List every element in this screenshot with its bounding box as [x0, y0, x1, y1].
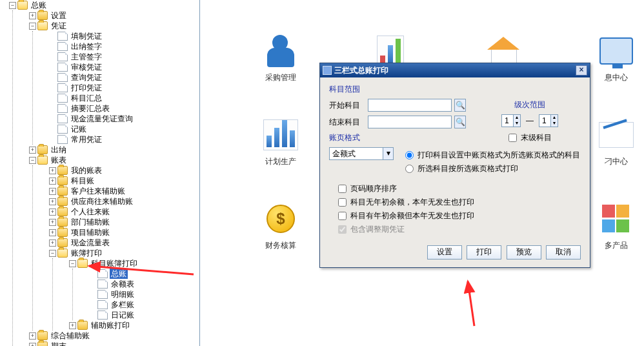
tree-cashier[interactable]: 出纳	[50, 145, 68, 155]
tree-voucher-item-9[interactable]: 记账	[70, 124, 88, 134]
tree-voucher-item-7[interactable]: 摘要汇总表	[70, 103, 111, 114]
tree-print[interactable]: 账簿打印	[70, 248, 103, 258]
tree-reports[interactable]: 账表	[50, 155, 68, 165]
document-icon	[57, 135, 68, 144]
expand-icon[interactable]: +	[49, 167, 56, 174]
twist-blank	[49, 85, 56, 92]
tree-print-aux[interactable]: 辅助账打印	[90, 320, 131, 331]
document-icon	[57, 94, 68, 103]
tree-voucher-item-0[interactable]: 填制凭证	[70, 31, 103, 41]
expand-icon[interactable]: +	[49, 239, 56, 247]
tree-voucher-item-8[interactable]: 现金流量凭证查询	[70, 114, 134, 124]
chk-page-order[interactable]: 页码顺序排序	[338, 183, 581, 194]
tile-purchase[interactable]: 采购管理	[252, 32, 310, 83]
tree-reports-item-3[interactable]: 供应商往来辅助账	[70, 196, 134, 207]
tile-plan[interactable]: 计划生产	[252, 116, 310, 167]
collapse-icon[interactable]: −	[9, 2, 16, 9]
tree-print-subject-item-2[interactable]: 明细账	[110, 289, 136, 300]
twist-blank	[89, 301, 96, 309]
chk-has-opening-no-trans[interactable]: 科目有年初余额但本年无发生也打印	[338, 210, 581, 221]
cancel-button[interactable]: 取消	[546, 245, 581, 260]
twist-blank	[49, 33, 56, 40]
expand-icon[interactable]: +	[29, 343, 36, 347]
radio-format-from-settings[interactable]: 打印科目设置中账页格式为所选账页格式的科目	[405, 150, 580, 161]
twist-blank	[49, 126, 56, 133]
tile-more-products[interactable]: 多产品	[587, 200, 644, 251]
tree-print-subject[interactable]: 科目账簿打印	[90, 258, 139, 269]
last-level-checkbox[interactable]: 末级科目	[481, 132, 578, 143]
preview-button[interactable]: 预览	[507, 245, 541, 260]
tree-reports-item-0[interactable]: 我的账表	[70, 165, 103, 176]
level-from-spinner[interactable]: 1▲▼	[501, 114, 521, 127]
folder-icon	[37, 21, 48, 30]
tile-finance[interactable]: $ 财务核算	[252, 200, 310, 251]
expand-icon[interactable]: +	[49, 229, 56, 236]
tree-voucher-item-1[interactable]: 出纳签字	[70, 41, 103, 52]
section-subject-range: 科目范围	[329, 84, 581, 95]
tree-print-subject-item-3[interactable]: 多栏账	[110, 300, 136, 310]
chevron-down-icon[interactable]: ▾	[383, 148, 393, 159]
tree-print-subject-item-1[interactable]: 余额表	[110, 279, 136, 289]
print-button[interactable]: 打印	[467, 245, 501, 260]
chk-include-adjust[interactable]: 包含调整期凭证	[338, 224, 581, 235]
tree-print-subject-item-4[interactable]: 日记账	[110, 310, 136, 320]
tree-voucher-item-6[interactable]: 科目汇总	[70, 93, 103, 103]
tile-label: 息中心	[587, 72, 644, 83]
expand-icon[interactable]: +	[49, 178, 56, 185]
lookup-end-icon[interactable]: 🔍	[454, 116, 466, 128]
lookup-start-icon[interactable]: 🔍	[454, 99, 466, 112]
collapse-icon[interactable]: −	[49, 250, 56, 257]
close-icon[interactable]: ×	[576, 65, 587, 76]
tree-period-end[interactable]: 期末	[50, 341, 68, 346]
expand-icon[interactable]: +	[29, 332, 36, 340]
tile-user-center[interactable]: 刁中心	[587, 116, 644, 167]
tree-voucher-item-2[interactable]: 主管签字	[70, 52, 103, 62]
collapse-icon[interactable]: −	[29, 157, 36, 164]
document-icon	[57, 32, 68, 41]
tree-voucher-item-4[interactable]: 查询凭证	[70, 72, 103, 83]
expand-icon[interactable]: +	[69, 322, 76, 329]
expand-icon[interactable]: +	[49, 188, 56, 195]
radio-format-selected[interactable]: 所选科目按所选账页格式打印	[405, 163, 580, 174]
start-subject-input[interactable]	[368, 99, 452, 112]
end-subject-input[interactable]	[368, 116, 452, 128]
page-format-combo[interactable]: 金额式 ▾	[329, 147, 394, 160]
expand-icon[interactable]: +	[49, 209, 56, 216]
settings-button[interactable]: 设置	[427, 245, 462, 260]
expand-icon[interactable]: +	[49, 198, 56, 205]
tree-voucher-item-10[interactable]: 常用凭证	[70, 134, 103, 145]
expand-icon[interactable]: +	[29, 12, 36, 19]
tree-reports-item-5[interactable]: 部门辅助账	[70, 217, 111, 227]
tree-print-subject-item-0[interactable]: 总账	[110, 269, 128, 279]
twist-blank	[49, 105, 56, 112]
chk-no-opening-no-trans[interactable]: 科目无年初余额，本年无发生也打印	[338, 197, 581, 208]
tree-reports-item-7[interactable]: 现金流量表	[70, 238, 111, 248]
tree-voucher-item-5[interactable]: 打印凭证	[70, 83, 103, 93]
tree-settings[interactable]: 设置	[50, 10, 68, 21]
expand-icon[interactable]: +	[29, 147, 36, 154]
folder-icon	[77, 259, 88, 268]
document-icon	[97, 300, 108, 309]
dialog-app-icon	[323, 66, 332, 75]
tree-reports-item-1[interactable]: 科目账	[70, 176, 96, 186]
tree-reports-item-6[interactable]: 项目辅助账	[70, 227, 111, 238]
twist-blank	[89, 291, 96, 298]
collapse-icon[interactable]: −	[29, 23, 36, 30]
tree-voucher-item-3[interactable]: 审核凭证	[70, 62, 103, 72]
dialog-titlebar[interactable]: 三栏式总账打印 ×	[320, 63, 590, 77]
level-to-spinner[interactable]: 1▲▼	[539, 114, 558, 127]
folder-icon	[37, 341, 48, 346]
tile-info-center[interactable]: 息中心	[587, 32, 644, 83]
folder-icon	[57, 228, 68, 237]
folder-icon	[77, 321, 88, 330]
folder-icon	[37, 156, 48, 165]
expand-icon[interactable]: +	[49, 219, 56, 226]
tree-reports-item-4[interactable]: 个人往来账	[70, 207, 111, 217]
tree-comp-aux[interactable]: 综合辅助账	[50, 331, 91, 341]
collapse-icon[interactable]: −	[69, 260, 76, 267]
tree-root[interactable]: 总账	[30, 0, 48, 10]
tree-reports-item-2[interactable]: 客户往来辅助账	[70, 186, 126, 196]
document-icon	[57, 73, 68, 82]
tree-voucher[interactable]: 凭证	[50, 21, 68, 31]
folder-icon	[57, 249, 68, 258]
